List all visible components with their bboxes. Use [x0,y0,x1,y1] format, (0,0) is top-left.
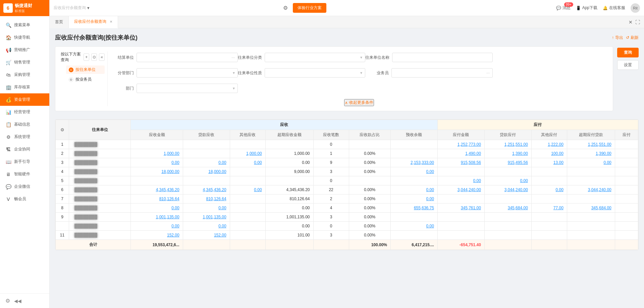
cell-ar-amount[interactable]: 4,345,436.20 [131,185,183,194]
app-download-btn[interactable]: 📱 App下载 [576,5,597,11]
cell-ap-other[interactable]: 100.00 [531,149,567,158]
cell-ap-overdue[interactable]: 3,044,240.00 [567,185,615,194]
cell-ap-other[interactable] [531,167,567,176]
cell-ar-loan[interactable]: 4,345,436.20 [183,185,230,194]
cell-ap-other[interactable] [531,231,567,240]
cell-ar-amount[interactable]: 1,001,135.00 [131,213,183,222]
cell-ar-loan[interactable]: 0.00 [183,222,230,231]
filter-select-bm[interactable]: ▾ [137,84,238,93]
cell-ap-overdue[interactable] [567,222,615,231]
online-service-btn[interactable]: 🔔 在线客服 [603,5,625,11]
cell-ar-other[interactable]: 0.00 [230,185,265,194]
cell-ap-loan[interactable]: 915,495.56 [484,158,531,167]
cell-prepaid[interactable] [391,213,438,222]
sidebar-item-wechat[interactable]: 💬企业微信 [0,180,49,193]
cell-ar-loan[interactable]: 0.00 [183,204,230,213]
cell-ar-loan[interactable]: 152.00 [183,231,230,240]
cell-ap-loan[interactable] [484,231,531,240]
gear-button[interactable]: ⚙ [281,3,290,13]
cell-prepaid[interactable]: 2,153,333.00 [391,158,438,167]
cell-ap-amount[interactable] [437,231,484,240]
table-settings-btn[interactable]: ⚙ [60,127,64,132]
sidebar-item-system[interactable]: ⚙系统管理 [0,131,49,143]
breadcrumb-dropdown[interactable]: ▾ [87,5,90,10]
add-filter-btn[interactable]: + [84,53,89,61]
cell-ar-amount[interactable]: 1,000.00 [131,149,183,158]
tab-close-icon[interactable]: ✕ [110,20,112,24]
cell-ap-other[interactable] [531,176,567,185]
cell-ap-other[interactable]: 77.00 [531,204,567,213]
cell-ar-loan[interactable] [183,140,230,149]
cell-ap-overdue[interactable] [567,194,615,204]
cell-ap-loan[interactable] [484,213,531,222]
cell-ar-amount[interactable] [131,176,183,185]
cell-ap-amount[interactable]: 3,044,240.00 [437,185,484,194]
filter-option-unit[interactable]: ⊙ 按往来单位 [66,65,105,74]
filter-option-salesman[interactable]: ⊙ 按业务员 [66,75,105,84]
cell-ap-loan[interactable]: 1,390.00 [484,149,531,158]
cell-ap-loan[interactable]: 1,251,551.00 [484,140,531,149]
cell-ap-other[interactable]: 0.00 [531,185,567,194]
cell-ap-amount[interactable]: 915,508.56 [437,158,484,167]
sidebar-item-corp[interactable]: 🏗企业协同 [0,143,49,156]
tab-arbalance[interactable]: 应收应付余额查询 ✕ [69,16,118,28]
cell-ar-other[interactable] [230,204,265,213]
cell-ar-other[interactable] [230,213,265,222]
cell-ap-loan[interactable]: 3,044,240.00 [484,185,531,194]
cell-ar-other[interactable]: 1,000.00 [230,149,265,158]
sidebar-item-guide[interactable]: 📖新手引导 [0,156,49,168]
filter-back-btn[interactable]: « [99,53,105,61]
sidebar-item-marketing[interactable]: 📢营销推广 [0,44,49,56]
cell-ar-other[interactable]: 0.00 [230,158,265,167]
cell-ap-overdue[interactable] [567,231,615,240]
cell-ar-amount[interactable]: 0.00 [131,222,183,231]
cell-prepaid[interactable] [391,176,438,185]
sidebar-item-manage[interactable]: 📊经营管理 [0,106,49,118]
sidebar-item-member[interactable]: Ⅴ畅会员 [0,193,49,205]
cell-ap-amount[interactable]: 0.00 [437,176,484,185]
cell-ap-other[interactable]: 13.00 [531,158,567,167]
cell-ap-overdue[interactable]: 1,390.00 [567,149,615,158]
cell-prepaid[interactable] [391,149,438,158]
sidebar-item-hardware[interactable]: 🖥智能硬件 [0,168,49,180]
cell-ar-other[interactable] [230,194,265,204]
cell-ar-amount[interactable]: 0.00 [131,158,183,167]
cell-ap-loan[interactable] [484,167,531,176]
filter-input-ywy[interactable]: ··· [391,68,493,78]
cell-ar-amount[interactable]: 18,000.00 [131,167,183,176]
promo-button[interactable]: 体验行业方案 [293,3,326,13]
cell-ap-overdue[interactable]: 345,684.00 [567,204,615,213]
export-btn[interactable]: ↑ 导出 [612,35,623,41]
settings-icon[interactable]: ⚙ [5,298,10,304]
cell-ap-overdue[interactable] [567,176,615,185]
cell-ap-amount[interactable] [437,167,484,176]
filter-select-lwdwfl[interactable]: ▾ [265,53,365,62]
maximize-window-btn[interactable]: ⛶ [635,19,640,25]
cell-ar-loan[interactable]: 810,126.64 [183,194,230,204]
cell-ap-amount[interactable]: 1,490.00 [437,149,484,158]
cell-ar-other[interactable] [230,176,265,185]
collapse-more-btn[interactable]: ∧ 收起更多条件 [344,99,374,106]
cell-ap-loan[interactable] [484,222,531,231]
cell-ap-loan[interactable] [484,194,531,204]
cell-prepaid[interactable]: 0.00 [391,185,438,194]
collapse-icon[interactable]: ◀◀ [14,298,21,304]
close-window-btn[interactable]: ✕ [629,19,633,25]
cell-ap-amount[interactable] [437,222,484,231]
footer-prepaid[interactable]: 6,417,215.... [391,240,438,250]
cell-ar-amount[interactable] [131,140,183,149]
cell-ap-loan[interactable]: 0.00 [484,176,531,185]
cell-prepaid[interactable]: 655,636.75 [391,204,438,213]
cell-ar-loan[interactable] [183,149,230,158]
cell-prepaid[interactable] [391,140,438,149]
cell-prepaid[interactable]: 0.00 [391,222,438,231]
cell-prepaid[interactable]: 0.00 [391,194,438,204]
cell-ap-amount[interactable] [437,213,484,222]
cell-ar-loan[interactable]: 18,000.00 [183,167,230,176]
cell-ap-amount[interactable] [437,194,484,204]
cell-ap-other[interactable] [531,222,567,231]
query-btn[interactable]: 查询 [617,48,639,57]
cell-ar-loan[interactable] [183,176,230,185]
cell-prepaid[interactable]: 0.00 [391,167,438,176]
cell-ap-loan[interactable]: 345,684.00 [484,204,531,213]
